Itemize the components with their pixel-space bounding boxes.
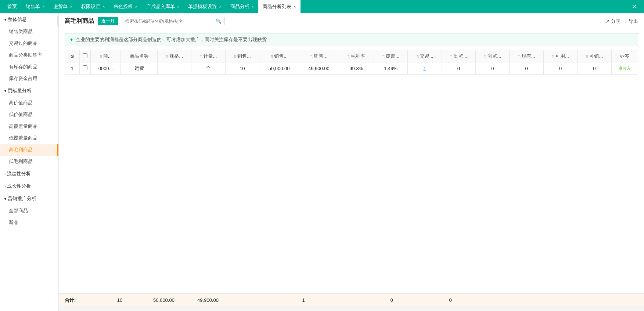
cell-browse1: 0 (442, 62, 475, 75)
footer-sales3: 49,900.00 (186, 297, 230, 303)
nav-product-inbound[interactable]: 产成品入库单 × (142, 0, 184, 13)
th-browse2[interactable]: ⇅浏览... (476, 50, 510, 62)
header-actions: ↗ 分享 ↓ 导出 (605, 18, 638, 25)
export-button[interactable]: ↓ 导出 (625, 18, 638, 25)
sidebar-section-trend[interactable]: › 流趋性分析 (0, 167, 58, 180)
th-spec[interactable]: ⇅规格... (157, 50, 191, 62)
cell-coverage: 1.49% (374, 62, 408, 75)
window-close-button[interactable]: ✕ (627, 3, 641, 10)
footer-sales2: 50,000.00 (142, 297, 186, 303)
table-row: 1 0000... 运费 个 10 50,000.00 49,900.00 99… (65, 62, 638, 75)
th-browse1[interactable]: ⇅浏览... (442, 50, 475, 62)
th-sales1[interactable]: ⇅销售... (225, 50, 259, 62)
arrow-marketing: ▾ (4, 197, 6, 201)
sidebar-item-stock-capital[interactable]: 库存资金占用 (0, 73, 58, 84)
sidebar-item-sales-goods[interactable]: 销售类商品 (0, 26, 58, 37)
nav-close-product-inbound[interactable]: × (177, 4, 179, 9)
cell-code: 0000... (91, 62, 121, 75)
cell-transaction[interactable]: 1 (408, 62, 442, 75)
row-checkbox[interactable] (83, 65, 87, 70)
period-button[interactable]: 近一月 (98, 17, 118, 25)
sidebar-item-high-margin[interactable]: 高毛利商品 (0, 144, 58, 156)
th-code[interactable]: ⇅商... (91, 50, 121, 62)
sort-icon-browse1: ⇅ (450, 54, 453, 58)
sidebar-item-category-rate[interactable]: 商品分类助销率 (0, 49, 58, 61)
sidebar-section-growth[interactable]: › 成长性分析 (0, 180, 58, 192)
sort-icon-stock: ⇅ (518, 54, 521, 58)
bottom-scrollbar[interactable] (59, 307, 644, 311)
th-sales3[interactable]: ⇅销售... (299, 50, 339, 62)
th-stock[interactable]: ⇅现有... (510, 50, 543, 62)
th-transaction[interactable]: ⇅交易... (408, 50, 442, 62)
footer-saleable: 0 (436, 297, 465, 303)
th-gross-rate[interactable]: ⇅毛利率 (339, 50, 374, 62)
nav-purchase[interactable]: 进货单 × (49, 0, 76, 13)
data-table: ⚙ ⇅商... 商品名称 ⇅规格... ⇅计量... ⇅销售... ⇅销售...… (65, 50, 638, 75)
footer-stock: 0 (377, 297, 406, 303)
nav-close-sales[interactable]: × (42, 4, 44, 9)
sidebar-section-overall-items: 销售类商品 交易过的商品 商品分类助销率 有库存的商品 库存资金占用 (0, 26, 58, 84)
th-coverage[interactable]: ⇅覆盖... (374, 50, 408, 62)
sidebar-item-in-stock[interactable]: 有库存的商品 (0, 61, 58, 73)
sort-icon-available: ⇅ (552, 54, 555, 58)
nav-template[interactable]: 单据模板设置 × (184, 0, 226, 13)
sidebar-item-low-margin[interactable]: 低毛利商品 (0, 156, 58, 167)
share-button[interactable]: ↗ 分享 (605, 18, 620, 25)
th-unit[interactable]: ⇅计量... (191, 50, 225, 62)
nav-sales[interactable]: 销售单 × (21, 0, 49, 13)
search-icon[interactable]: 🔍 (216, 18, 222, 24)
cell-stock: 0 (510, 62, 543, 75)
sort-icon-transaction: ⇅ (416, 54, 419, 58)
footer-spacer5 (406, 297, 436, 303)
sidebar-section-overall[interactable]: ▾ 整体信息 (0, 13, 58, 26)
sidebar-collapse-button[interactable]: « (57, 16, 59, 26)
nav-role[interactable]: 角色授权 × (109, 0, 141, 13)
sidebar-item-high-coverage[interactable]: 高覆盖量商品 (0, 120, 58, 132)
footer-values: 10 50,000.00 49,900.00 1 0 0 (98, 297, 638, 303)
sidebar-item-new-goods[interactable]: 新品 (0, 217, 58, 228)
nav-close-product-analysis-list[interactable]: × (294, 4, 296, 9)
th-settings[interactable]: ⚙ (65, 50, 80, 62)
th-checkbox[interactable] (80, 50, 91, 62)
sidebar-item-traded-goods[interactable]: 交易过的商品 (0, 37, 58, 49)
sidebar-section-marketing[interactable]: ▾ 营销推广分析 (0, 192, 58, 205)
cell-checkbox[interactable] (80, 62, 91, 75)
info-icon: ✦ (69, 37, 73, 43)
sidebar-item-low-coverage[interactable]: 低覆盖量商品 (0, 132, 58, 144)
transaction-link[interactable]: 1 (423, 66, 426, 71)
sidebar-section-contribution[interactable]: ▾ 贡献量分析 (0, 84, 58, 97)
nav-close-template[interactable]: × (219, 4, 221, 9)
th-saleable[interactable]: ⇅可销... (578, 50, 611, 62)
cell-name: 运费 (121, 62, 158, 75)
nav-home[interactable]: 首页 (3, 0, 21, 13)
sidebar-item-high-value[interactable]: 高价值商品 (0, 97, 58, 109)
th-available[interactable]: ⇅可用... (543, 50, 577, 62)
sidebar: « ▾ 整体信息 销售类商品 交易过的商品 商品分类助销率 有库存的商品 库存资… (0, 13, 59, 311)
nav-product-analysis-list[interactable]: 商品分析列表 × (258, 0, 300, 13)
nav-permission[interactable]: 权限设置 × (77, 0, 109, 13)
th-sales2[interactable]: ⇅销售... (259, 50, 299, 62)
nav-close-purchase[interactable]: × (70, 4, 72, 9)
page-title: 高毛利商品 (65, 17, 94, 25)
sidebar-item-low-value[interactable]: 低价值商品 (0, 109, 58, 120)
sort-icon-code: ⇅ (100, 54, 102, 58)
nav-product-analysis[interactable]: 商品分析 × (226, 0, 258, 13)
footer-spacer3 (318, 297, 348, 303)
sidebar-item-all-goods[interactable]: 全部商品 (0, 205, 58, 217)
nav-close-role[interactable]: × (135, 4, 137, 9)
arrow-contribution: ▾ (4, 89, 6, 93)
select-all-checkbox[interactable] (83, 53, 87, 58)
cell-index: 1 (65, 62, 80, 75)
th-name: 商品名称 (121, 50, 158, 62)
share-icon: ↗ (605, 18, 609, 24)
content-header: 高毛利商品 近一月 🔍 ↗ 分享 ↓ 导出 (59, 13, 644, 29)
table-header-row: ⚙ ⇅商... 商品名称 ⇅规格... ⇅计量... ⇅销售... ⇅销售...… (65, 50, 638, 62)
nav-close-permission[interactable]: × (102, 4, 105, 9)
export-icon: ↓ (625, 18, 627, 24)
nav-close-product-analysis[interactable]: × (252, 4, 254, 9)
search-input[interactable] (125, 19, 216, 24)
cell-sales1: 10 (225, 62, 259, 75)
tag-badge: 高收入 (619, 66, 631, 70)
sort-icon-spec: ⇅ (166, 54, 169, 58)
content-area: 高毛利商品 近一月 🔍 ↗ 分享 ↓ 导出 ✦ 企业的主要的利润都是这部分商品创… (59, 13, 644, 311)
